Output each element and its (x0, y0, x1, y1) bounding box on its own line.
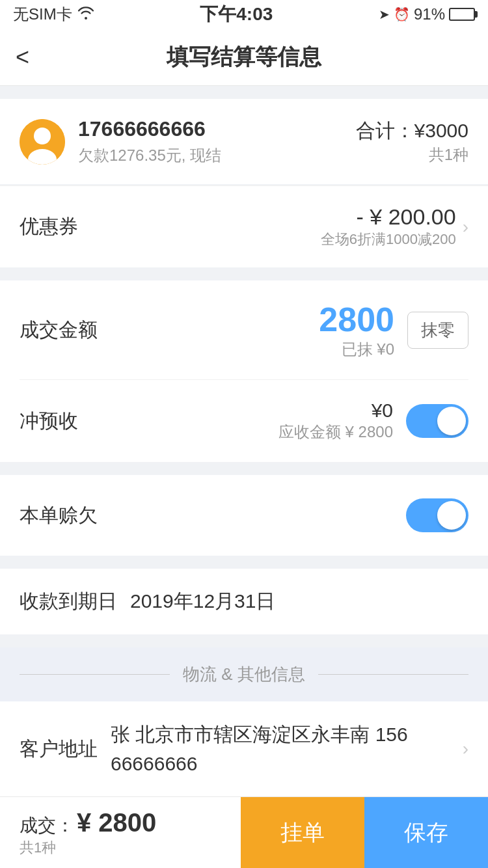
battery-percent: 91% (414, 5, 445, 23)
separator-2 (0, 462, 488, 475)
hang-button[interactable]: 挂单 (241, 797, 364, 869)
location-icon: ➤ (379, 7, 390, 22)
status-bar: 无SIM卡 下午4:03 ➤ ⏰ 91% (0, 0, 488, 29)
total-count: 共1种 (356, 144, 468, 165)
separator-4 (0, 634, 488, 647)
bottom-summary-label: 成交： (20, 813, 74, 838)
round-zero-button[interactable]: 抹零 (407, 312, 468, 349)
customer-info: 17666666666 欠款1276.35元, 现结 (78, 117, 221, 166)
separator-1 (0, 267, 488, 280)
coupon-row[interactable]: 优惠券 - ¥ 200.00 全场6折满1000减200 › (0, 185, 488, 267)
already-zero: 已抹 ¥0 (319, 339, 394, 360)
debt-label: 本单赊欠 (20, 502, 98, 529)
deal-amount-label: 成交金额 (20, 317, 98, 344)
svg-point-1 (34, 128, 51, 144)
debt-row: 本单赊欠 (0, 475, 488, 556)
status-left: 无SIM卡 (13, 4, 94, 25)
back-button[interactable]: < (16, 44, 29, 71)
carrier-label: 无SIM卡 (13, 4, 72, 25)
logistics-section: 物流 & 其他信息 (0, 647, 488, 701)
customer-card: 17666666666 欠款1276.35元, 现结 合计：¥3000 共1种 (0, 99, 488, 184)
deal-amount-section: 成交金额 2800 已抹 ¥0 抹零 冲预收 ¥0 应收金额 ¥ 2800 (0, 280, 488, 462)
address-right: › (463, 739, 468, 759)
customer-left: 17666666666 欠款1276.35元, 现结 (20, 117, 221, 166)
address-label: 客户地址 (20, 736, 98, 763)
status-right: ➤ ⏰ 91% (379, 5, 475, 23)
customer-right: 合计：¥3000 共1种 (356, 118, 468, 165)
debt-section: 本单赊欠 (0, 475, 488, 556)
deal-amount-value: 2800 (319, 300, 394, 339)
address-value: 张 北京市市辖区海淀区永丰南 156 66666666 (111, 720, 463, 778)
bottom-summary-amount: ¥ 2800 (77, 808, 156, 837)
toggle-knob (437, 407, 466, 435)
bottom-bar: 成交： ¥ 2800 共1种 挂单 保存 (0, 796, 488, 868)
prepay-right: ¥0 应收金额 ¥ 2800 (278, 400, 468, 442)
logistics-line-right (318, 674, 468, 675)
bottom-summary: 成交： ¥ 2800 共1种 (0, 808, 241, 858)
total-amount: 合计：¥3000 (356, 118, 468, 144)
customer-debt: 欠款1276.35元, 现结 (78, 145, 221, 166)
prepay-amount: ¥0 (278, 400, 393, 422)
prepay-row: 冲预收 ¥0 应收金额 ¥ 2800 (20, 380, 468, 462)
save-button[interactable]: 保存 (364, 797, 488, 869)
due-date-value: 2019年12月31日 (130, 588, 275, 615)
separator-3 (0, 556, 488, 569)
deal-amount-col: 2800 已抹 ¥0 (319, 300, 394, 360)
header: < 填写结算等信息 (0, 29, 488, 86)
chevron-right-icon: › (463, 217, 468, 237)
wifi-icon (77, 5, 94, 23)
address-section[interactable]: 客户地址 张 北京市市辖区海淀区永丰南 156 66666666 › (0, 701, 488, 796)
battery-icon (449, 8, 475, 21)
debt-toggle-knob (437, 501, 466, 530)
page-title: 填写结算等信息 (167, 42, 321, 72)
due-date-section: 收款到期日 2019年12月31日 (0, 569, 488, 634)
logistics-line-left (20, 674, 170, 675)
bottom-summary-count: 共1种 (20, 838, 221, 858)
prepay-amount-col: ¥0 应收金额 ¥ 2800 (278, 400, 393, 442)
customer-phone: 17666666666 (78, 117, 221, 141)
coupon-desc: 全场6折满1000减200 (321, 230, 456, 249)
debt-toggle[interactable] (406, 498, 468, 532)
avatar (20, 119, 65, 165)
coupon-value: - ¥ 200.00 (321, 204, 456, 230)
address-chevron-icon: › (463, 739, 468, 759)
prepay-toggle[interactable] (406, 404, 468, 438)
prepay-label: 冲预收 (20, 408, 78, 435)
receivable-amount: 应收金额 ¥ 2800 (278, 422, 393, 442)
deal-amount-row: 成交金额 2800 已抹 ¥0 抹零 (20, 280, 468, 380)
coupon-right: - ¥ 200.00 全场6折满1000减200 › (321, 204, 468, 249)
coupon-info: - ¥ 200.00 全场6折满1000减200 (321, 204, 456, 249)
logistics-text: 物流 & 其他信息 (183, 663, 305, 686)
due-date-label: 收款到期日 (20, 588, 117, 615)
coupon-label: 优惠券 (20, 213, 78, 240)
status-time: 下午4:03 (200, 2, 273, 27)
alarm-icon: ⏰ (394, 7, 410, 22)
deal-amount-right: 2800 已抹 ¥0 抹零 (319, 300, 468, 360)
